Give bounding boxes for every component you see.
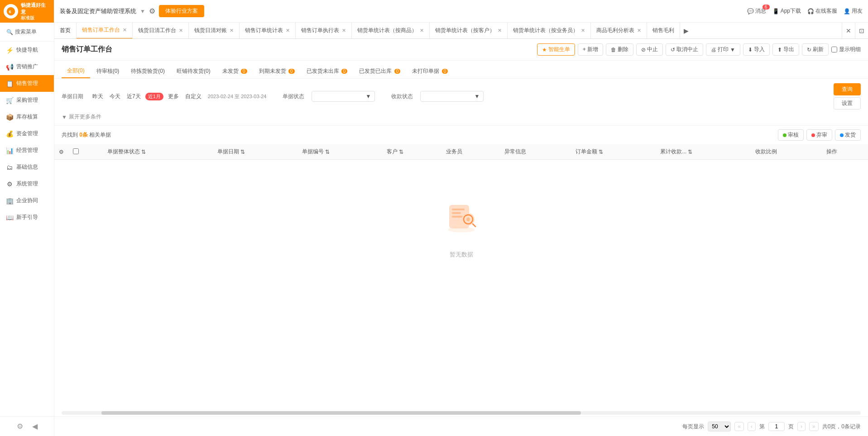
tabbar-more-btn[interactable]: ▶ — [680, 27, 692, 34]
user-btn[interactable]: 👤 用友 — [844, 7, 863, 15]
date-opt-custom[interactable]: 自定义 — [183, 92, 203, 101]
tab-cash-reconcile-close[interactable]: ✕ — [230, 28, 234, 33]
tabbar-maximize-btn[interactable]: ⊡ — [855, 23, 868, 39]
th-amount[interactable]: 订单金额 ⇅ — [571, 144, 656, 160]
delete-btn[interactable]: 🗑 删除 — [606, 43, 633, 56]
h-scrollbar-thumb[interactable] — [101, 411, 581, 415]
th-amount-sort[interactable]: 订单金额 ⇅ — [575, 148, 603, 156]
tab-sales-profit[interactable]: 销售毛利 — [647, 23, 680, 39]
tab-sales-summary-staff[interactable]: 销货单统计表（按业务员） ✕ — [508, 23, 591, 39]
app-download-btn[interactable]: 📱 App下载 — [772, 7, 801, 15]
sidebar-item-enterprise[interactable]: 🏢 企业协同 — [0, 192, 54, 209]
query-btn[interactable]: 查询 — [834, 83, 861, 95]
date-opt-7days[interactable]: 近7天 — [125, 92, 143, 101]
pause-btn[interactable]: ⊘ 中止 — [636, 43, 663, 56]
th-received[interactable]: 累计收款... ⇅ — [656, 144, 751, 160]
date-opt-today[interactable]: 今天 — [108, 92, 122, 101]
show-detail-label[interactable]: 显示明细 — [831, 46, 861, 53]
tab-cash-reconcile[interactable]: 钱货日清对账 ✕ — [189, 23, 240, 39]
tab-sales-workbench[interactable]: 销售订单工作台 ✕ — [77, 23, 133, 39]
tab-sales-summary-product[interactable]: 销货单统计表（按商品） ✕ — [352, 23, 430, 39]
tab-cash-daily-close[interactable]: ✕ — [179, 28, 183, 33]
search-menu-btn[interactable]: 🔍 搜索菜单 — [4, 26, 50, 38]
th-ratio[interactable]: 收款比例 — [751, 144, 822, 160]
collapse-btn[interactable]: ◀ — [29, 420, 41, 432]
prev-page-btn[interactable]: ‹ — [748, 422, 756, 431]
import-btn[interactable]: ⬇ 导入 — [743, 43, 770, 56]
online-service-btn[interactable]: 🎧 在线客服 — [807, 7, 837, 15]
subtab-shipped-not-out[interactable]: 已发货未出库 0 — [301, 65, 353, 78]
th-settings[interactable]: ⚙ — [54, 144, 68, 160]
sidebar-item-system[interactable]: ⚙ 系统管理 — [0, 175, 54, 192]
tab-sales-summary-customer-close[interactable]: ✕ — [498, 28, 502, 33]
cancel-pause-btn[interactable]: ↺ 取消中止 — [666, 43, 703, 56]
review-btn[interactable]: 审核 — [778, 129, 804, 141]
subtab-pending-inspect[interactable]: 待拣货验货(0) — [125, 65, 170, 78]
tab-sales-summary-staff-close[interactable]: ✕ — [581, 28, 585, 33]
message-btn[interactable]: 💬 6 消息 — [747, 7, 766, 15]
sidebar-item-inventory[interactable]: 📦 库存核算 — [0, 109, 54, 125]
th-number[interactable]: 单据编号 ⇅ — [297, 144, 382, 160]
topbar-gear[interactable]: ⚙ — [149, 7, 155, 15]
tab-sales-exec[interactable]: 销售订单执行表 ✕ — [296, 23, 352, 39]
th-date[interactable]: 单据日期 ⇅ — [213, 144, 297, 160]
set-btn[interactable]: 设置 — [834, 97, 861, 109]
subtab-not-printed[interactable]: 未打印单据 0 — [407, 65, 453, 78]
subtab-expired-not-shipped[interactable]: 到期未发货 0 — [254, 65, 300, 78]
ship-btn[interactable]: 发货 — [835, 129, 861, 141]
subtab-shipped-out[interactable]: 已发货已出库 0 — [354, 65, 406, 78]
sidebar-item-operations[interactable]: 📊 经营管理 — [0, 142, 54, 159]
th-exception[interactable]: 异常信息 — [500, 144, 571, 160]
industry-btn[interactable]: 体验行业方案 — [159, 5, 204, 17]
sidebar-item-guide[interactable]: 📖 新手引导 — [0, 209, 54, 226]
tab-sales-summary-customer[interactable]: 销货单统计表（按客户） ✕ — [430, 23, 508, 39]
sidebar-item-quick-nav[interactable]: ⚡ 快捷导航 — [0, 42, 54, 58]
date-opt-yesterday[interactable]: 昨天 — [91, 92, 105, 101]
sidebar-item-base-info[interactable]: 🗂 基础信息 — [0, 159, 54, 175]
th-date-sort[interactable]: 单据日期 ⇅ — [217, 148, 245, 156]
smart-btn[interactable]: ★ 智能生单 — [537, 43, 575, 56]
refresh-btn[interactable]: ↻ 刷新 — [802, 43, 829, 56]
sidebar-item-finance[interactable]: 💰 资金管理 — [0, 125, 54, 142]
cancel-review-btn[interactable]: 弃审 — [806, 129, 832, 141]
last-page-btn[interactable]: » — [809, 422, 819, 431]
th-customer-sort[interactable]: 客户 ⇅ — [387, 148, 403, 156]
date-opt-1month[interactable]: 近1月 — [145, 93, 163, 100]
sidebar-item-purchase[interactable]: 🛒 采购管理 — [0, 92, 54, 109]
tab-cash-daily[interactable]: 钱货日清工作台 ✕ — [133, 23, 189, 39]
tab-gross-margin-close[interactable]: ✕ — [637, 28, 641, 33]
tab-sales-stats[interactable]: 销售订单统计表 ✕ — [240, 23, 296, 39]
th-checkbox[interactable] — [68, 144, 103, 160]
settings-btn[interactable]: ⚙ — [13, 420, 27, 432]
subtab-wangpu[interactable]: 旺铺待发货(0) — [171, 65, 216, 78]
status-select[interactable]: ▼ — [312, 91, 375, 102]
subtab-pending-review[interactable]: 待审核(0) — [91, 65, 125, 78]
subtab-all[interactable]: 全部(0) — [62, 64, 90, 78]
select-all-checkbox[interactable] — [73, 148, 79, 154]
th-status[interactable]: 单据整体状态 ⇅ — [103, 144, 212, 160]
print-btn[interactable]: 🖨 打印 ▼ — [706, 43, 740, 56]
th-status-sort[interactable]: 单据整体状态 ⇅ — [107, 148, 146, 156]
subtab-not-shipped[interactable]: 未发货 0 — [217, 65, 253, 78]
tab-sales-exec-close[interactable]: ✕ — [342, 28, 346, 33]
h-scrollbar[interactable] — [62, 411, 861, 415]
th-number-sort[interactable]: 单据编号 ⇅ — [302, 148, 330, 156]
tabbar-close-btn[interactable]: ✕ — [842, 23, 855, 39]
page-input[interactable] — [768, 422, 785, 431]
date-opt-more[interactable]: 更多 — [166, 92, 181, 101]
export-btn[interactable]: ⬆ 导出 — [772, 43, 799, 56]
sidebar-item-sales[interactable]: 📋 销售管理 — [0, 75, 54, 92]
add-btn[interactable]: + 新增 — [578, 43, 603, 56]
expand-btn[interactable]: ▼ 展开更多条件 — [62, 113, 101, 121]
search-menu[interactable]: 🔍 搜索菜单 — [0, 23, 54, 42]
show-detail-checkbox[interactable] — [831, 47, 837, 52]
tab-sales-workbench-close[interactable]: ✕ — [123, 27, 127, 33]
tab-sales-summary-product-close[interactable]: ✕ — [420, 28, 424, 33]
sidebar-item-marketing[interactable]: 📢 营销推广 — [0, 58, 54, 75]
th-received-sort[interactable]: 累计收款... ⇅ — [660, 148, 692, 156]
tab-gross-margin[interactable]: 商品毛利分析表 ✕ — [591, 23, 647, 39]
next-page-btn[interactable]: › — [797, 422, 806, 431]
per-page-select[interactable]: 50 10 20 100 — [708, 422, 731, 431]
th-customer[interactable]: 客户 ⇅ — [382, 144, 442, 160]
tab-sales-stats-close[interactable]: ✕ — [286, 28, 290, 33]
